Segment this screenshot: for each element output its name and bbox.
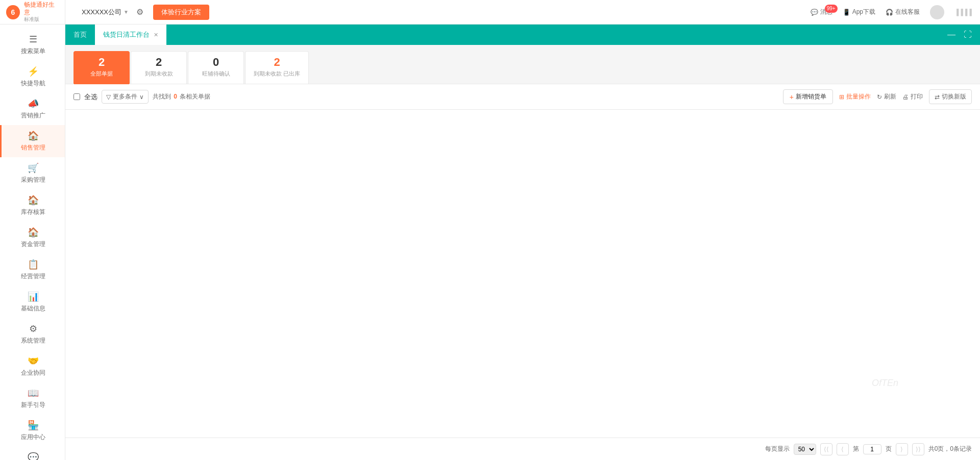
online-service-label: 在线客服 — [895, 8, 920, 16]
content-area: 2 全部单据 2 到期未收款 0 旺辅待确认 2 到期未收款 已出库 全选 — [65, 45, 980, 460]
sidebar-item-label: 采购管理 — [21, 176, 45, 184]
sidebar-item-basic[interactable]: 📊 基础信息 — [0, 286, 65, 318]
last-page-button[interactable]: ⟩⟩ — [912, 443, 924, 455]
app-download-label: App下载 — [852, 8, 875, 16]
stat-tab-overdue[interactable]: 2 到期未收款 — [131, 51, 187, 84]
nav-tabs: 首页 钱货日清工作台 ✕ — ⛶ — [65, 25, 980, 45]
sidebar-menu: ☰ 搜索菜单 ⚡ 快捷导航 📣 营销推广 🏠 销售管理 🛒 采购管理 🏠 库存核… — [0, 25, 65, 460]
next-page-button[interactable]: ⟩ — [896, 443, 908, 455]
sidebar-item-label: 基础信息 — [21, 304, 45, 313]
maximize-icon[interactable]: ⛶ — [962, 29, 974, 41]
page-suffix: 页 — [886, 445, 892, 453]
stat-count-wangdian: 0 — [197, 57, 235, 68]
tab-workbench[interactable]: 钱货日清工作台 ✕ — [95, 25, 166, 45]
found-prefix: 共找到 — [153, 93, 171, 100]
print-button[interactable]: 🖨 打印 — [902, 92, 923, 101]
plus-icon: + — [790, 93, 794, 101]
filter-label: 更多条件 — [113, 92, 137, 101]
sidebar: 6 畅捷通好生意 标准版 ☰ 搜索菜单 ⚡ 快捷导航 📣 营销推广 🏠 销售管理… — [0, 0, 65, 460]
sidebar-item-label: 销售管理 — [21, 143, 45, 152]
main-content: 2 全部单据 2 到期未收款 0 旺辅待确认 2 到期未收款 已出库 全选 — [65, 45, 980, 460]
message-button[interactable]: 💬 消息 99+ — [811, 8, 832, 16]
message-icon: 💬 — [811, 9, 818, 16]
page-size-select[interactable]: 50 — [794, 444, 816, 455]
sidebar-item-label: 经营管理 — [21, 272, 45, 281]
table-area — [65, 110, 980, 438]
stat-label-overdue: 到期未收款 — [139, 70, 178, 78]
sales-icon: 🏠 — [28, 130, 39, 141]
user-name[interactable]: ▐▐▐▐ — [954, 9, 972, 16]
select-all-checkbox[interactable] — [74, 93, 80, 100]
sidebar-item-wechat[interactable]: 💬 企业微信 — [0, 447, 65, 460]
sidebar-item-label: 库存核算 — [21, 208, 45, 216]
sidebar-item-operations[interactable]: 📋 经营管理 — [0, 254, 65, 286]
batch-button[interactable]: ⊞ 批量操作 — [839, 92, 871, 101]
user-avatar[interactable] — [930, 5, 944, 19]
operations-icon: 📋 — [28, 259, 39, 270]
avatar-image — [930, 5, 944, 19]
sidebar-item-label: 资金管理 — [21, 240, 45, 249]
found-count: 0 — [174, 93, 177, 100]
company-name: XXXXXX公司 — [82, 8, 121, 17]
prev-page-button[interactable]: ⟨ — [837, 443, 849, 455]
app-download-button[interactable]: 📱 App下载 — [843, 8, 875, 16]
sidebar-item-apps[interactable]: 🏪 应用中心 — [0, 415, 65, 447]
print-icon: 🖨 — [902, 93, 909, 101]
trial-button[interactable]: 体验行业方案 — [153, 5, 209, 20]
online-service-button[interactable]: 🎧 在线客服 — [886, 8, 920, 16]
message-badge: 99+ — [825, 5, 838, 13]
settings-icon[interactable]: ⚙ — [133, 5, 147, 19]
sidebar-item-purchase[interactable]: 🛒 采购管理 — [0, 157, 65, 189]
sidebar-item-label: 应用中心 — [21, 433, 45, 442]
total-info: 共0页，0条记录 — [928, 445, 972, 453]
sidebar-item-label: 搜索菜单 — [21, 47, 45, 56]
new-sale-button[interactable]: + 新增销货单 — [783, 89, 833, 104]
sidebar-item-sales[interactable]: 🏠 销售管理 — [0, 125, 65, 157]
sidebar-item-label: 快捷导航 — [21, 79, 45, 88]
sidebar-item-label: 企业协同 — [21, 369, 45, 377]
sidebar-item-inventory[interactable]: 🏠 库存核算 — [0, 189, 65, 222]
refresh-icon: ↻ — [877, 93, 882, 101]
sidebar-item-finance[interactable]: 🏠 资金管理 — [0, 222, 65, 254]
stat-tab-wangdian[interactable]: 0 旺辅待确认 — [188, 51, 244, 84]
stat-tab-overdue-out[interactable]: 2 到期未收款 已出库 — [245, 51, 309, 84]
sidebar-item-cooperation[interactable]: 🤝 企业协同 — [0, 350, 65, 382]
username-text: ▐▐▐▐ — [954, 9, 972, 16]
filter-button[interactable]: ▽ 更多条件 ∨ — [102, 90, 149, 104]
sidebar-item-marketing[interactable]: 📣 营销推广 — [0, 93, 65, 125]
sidebar-item-guide[interactable]: 📖 新手引导 — [0, 382, 65, 415]
minimize-icon[interactable]: — — [945, 29, 958, 41]
per-page-label: 每页显示 — [765, 445, 790, 453]
select-all-label: 全选 — [84, 92, 97, 102]
company-selector[interactable]: XXXXXX公司 ▼ — [82, 8, 129, 17]
switch-icon: ⇄ — [935, 93, 940, 101]
wechat-icon: 💬 — [28, 452, 39, 460]
finance-icon: 🏠 — [28, 227, 39, 238]
stat-count-all: 2 — [82, 57, 121, 68]
stats-tabs: 2 全部单据 2 到期未收款 0 旺辅待确认 2 到期未收款 已出库 — [65, 45, 980, 84]
tab-home[interactable]: 首页 — [65, 25, 95, 45]
toolbar-left: 全选 ▽ 更多条件 ∨ 共找到 0 条相关单据 — [74, 90, 779, 104]
first-page-button[interactable]: ⟨⟨ — [820, 443, 832, 455]
sidebar-item-search[interactable]: ☰ 搜索菜单 — [0, 29, 65, 61]
refresh-button[interactable]: ↻ 刷新 — [877, 92, 896, 101]
page-input[interactable] — [863, 444, 881, 454]
switch-version-button[interactable]: ⇄ 切换新版 — [929, 89, 972, 104]
switch-label: 切换新版 — [942, 92, 966, 101]
often-watermark: OfTEn — [872, 378, 898, 389]
sidebar-item-quicknav[interactable]: ⚡ 快捷导航 — [0, 61, 65, 93]
logo-name: 畅捷通好生意 — [24, 1, 59, 16]
system-icon: ⚙ — [29, 323, 37, 334]
sidebar-item-system[interactable]: ⚙ 系统管理 — [0, 318, 65, 350]
nav-tab-actions: — ⛶ — [945, 29, 980, 41]
stat-tab-all[interactable]: 2 全部单据 — [74, 51, 130, 84]
logo-area: 6 畅捷通好生意 标准版 — [0, 0, 65, 25]
filter-icon: ▽ — [106, 93, 111, 101]
tab-underline — [74, 83, 129, 84]
print-label: 打印 — [911, 92, 923, 101]
stat-count-overdue-out: 2 — [254, 57, 300, 68]
pagination: 每页显示 50 ⟨⟨ ⟨ 第 页 ⟩ ⟩⟩ 共0页，0条记录 — [65, 438, 980, 460]
sidebar-item-label: 系统管理 — [21, 336, 45, 345]
top-right: 💬 消息 99+ 📱 App下载 🎧 在线客服 ▐▐▐▐ — [811, 5, 972, 19]
close-tab-icon[interactable]: ✕ — [154, 32, 158, 38]
